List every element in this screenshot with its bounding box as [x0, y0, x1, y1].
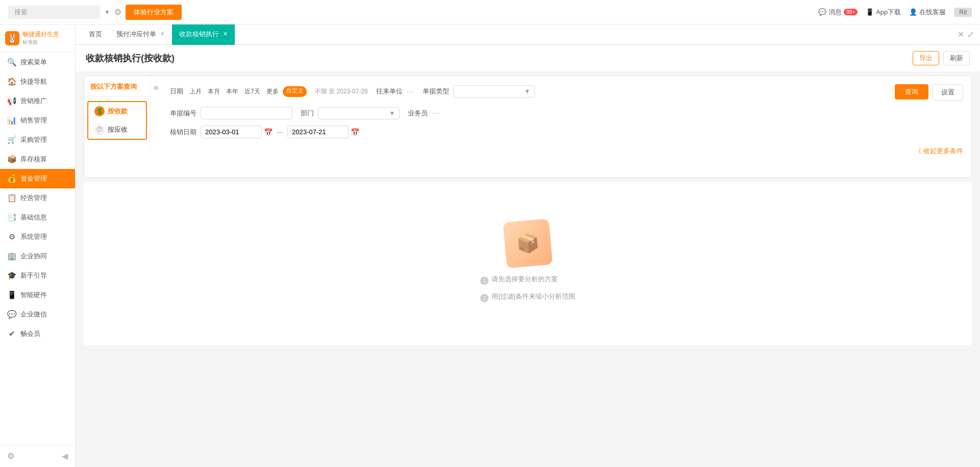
- tab-receipt[interactable]: 收款核销执行 ✕: [172, 24, 235, 45]
- app-icon: 📱: [866, 8, 874, 16]
- sidebar-collapse-button[interactable]: ◀: [62, 451, 68, 461]
- search-arrow-icon: ▼: [104, 9, 110, 16]
- sidebar-item-label: 企业协同: [20, 252, 47, 261]
- message-icon: 💬: [818, 8, 826, 16]
- sidebar-item-sales[interactable]: 📊 销售管理: [0, 111, 75, 130]
- sidebar-item-inventory[interactable]: 📦 库存核算: [0, 150, 75, 169]
- sidebar-item-marketing[interactable]: 📢 营销推广: [0, 91, 75, 111]
- shortcut-more[interactable]: 更多: [264, 86, 281, 97]
- writeoff-date-from-input[interactable]: [201, 126, 262, 138]
- refresh-button[interactable]: 刷新: [943, 51, 970, 65]
- writeoff-date-to-input[interactable]: [287, 126, 349, 138]
- setting-button[interactable]: 设置: [933, 84, 963, 101]
- bottom-settings-icon[interactable]: ⚙: [7, 451, 14, 461]
- business-icon: 📋: [7, 193, 16, 203]
- message-group[interactable]: 💬 消息 99+: [818, 8, 857, 17]
- page-header-actions: 导出 刷新: [913, 51, 970, 65]
- filter-type-by-payable[interactable]: ⏱ 按应收: [88, 120, 146, 139]
- top-bar: 搜索 ▼ ⚙ 体验行业方案 💬 消息 99+ 📱 App下载 👤 在线客服 Ri…: [0, 0, 980, 24]
- shortcut-this-month[interactable]: 本月: [206, 86, 222, 97]
- shortcut-this-year[interactable]: 本年: [224, 86, 240, 97]
- writeoff-from-cal-icon[interactable]: 📅: [264, 128, 273, 136]
- member-icon: ✔: [7, 329, 16, 338]
- sidebar-item-hardware[interactable]: 📱 智能硬件: [0, 285, 75, 305]
- doc-type-group: 单据类型 ▼: [423, 85, 535, 97]
- tab-home[interactable]: 首页: [82, 24, 109, 45]
- settings-gear-icon[interactable]: ⚙: [114, 7, 121, 17]
- shortcut-last-month[interactable]: 上月: [187, 86, 204, 97]
- online-service-group[interactable]: 👤 在线客服: [909, 8, 946, 17]
- search-input-display[interactable]: 搜索: [8, 6, 100, 19]
- search-menu-icon: 🔍: [7, 58, 16, 67]
- tab-receipt-label: 收款核销执行: [179, 30, 219, 39]
- writeoff-to-cal-icon[interactable]: 📅: [351, 128, 359, 136]
- query-button[interactable]: 查询: [895, 84, 928, 100]
- dept-dropdown[interactable]: ▼: [318, 107, 400, 119]
- tab-close-button[interactable]: ✕: [958, 30, 964, 39]
- collapse-more-button[interactable]: 《 收起更多条件: [170, 144, 963, 158]
- filter-row-2: 单据编号 部门 ▼ 业务员 ···: [170, 107, 963, 119]
- tab-prepay[interactable]: 预付冲应付单 ✕: [109, 24, 172, 45]
- partner-input[interactable]: ···: [407, 86, 414, 97]
- tab-receipt-close-icon[interactable]: ✕: [223, 31, 228, 37]
- app-download-label: App下载: [876, 8, 901, 17]
- sidebar-item-basic[interactable]: 📑 基础信息: [0, 208, 75, 227]
- empty-box-icon: 📦: [503, 218, 553, 268]
- sidebar-logo: 🐰 畅捷通好生意 标准版: [0, 24, 75, 53]
- home-icon: 🏠: [7, 77, 16, 86]
- industry-solution-button[interactable]: 体验行业方案: [126, 5, 182, 20]
- tab-prepay-close-icon[interactable]: ✕: [160, 31, 165, 37]
- sidebar-bottom: ⚙ ◀: [0, 445, 75, 467]
- sidebar-item-member[interactable]: ✔ 畅会员: [0, 324, 75, 343]
- salesperson-input[interactable]: ···: [432, 108, 439, 118]
- sidebar-item-label: 资金管理: [20, 174, 47, 183]
- sidebar-item-label: 基础信息: [20, 213, 47, 222]
- wechat-icon: 💬: [7, 310, 16, 319]
- sidebar-item-purchase[interactable]: 🛒 采购管理: [0, 130, 75, 150]
- sidebar-item-label: 销售管理: [20, 116, 47, 125]
- sidebar-item-label: 库存核算: [20, 155, 47, 164]
- filter-sidebar-title: 按以下方案查询: [84, 82, 150, 97]
- system-icon: ⚙: [7, 232, 16, 241]
- date-unlimited-text: 不限 至 2023-07-26: [315, 87, 368, 96]
- doc-num-input[interactable]: [201, 107, 292, 119]
- inventory-icon: 📦: [7, 155, 16, 164]
- sidebar-item-shortcut[interactable]: 🏠 快捷导航: [0, 72, 75, 91]
- export-button[interactable]: 导出: [913, 51, 939, 65]
- message-badge: 99+: [844, 9, 857, 15]
- sidebar-item-guide[interactable]: 🎓 新手引导: [0, 266, 75, 285]
- writeoff-date-group: 核销日期 📅 — 📅: [170, 126, 359, 138]
- dept-group: 部门 ▼: [301, 107, 400, 119]
- empty-state: 📦 1 请先选择要分析的方案 2 用[过滤]条件来缩小分析范围: [84, 182, 972, 345]
- sidebar-item-label: 新手引导: [20, 271, 47, 280]
- online-service-label: 在线客服: [919, 8, 946, 17]
- top-bar-right: 💬 消息 99+ 📱 App下载 👤 在线客服 Rit: [818, 8, 972, 17]
- empty-step-2: 2 用[过滤]条件来缩小分析范围: [480, 292, 575, 304]
- writeoff-date-to-group: 📅: [287, 126, 359, 138]
- filter-type-payable-label: 按应收: [108, 125, 128, 134]
- doc-type-arrow-icon: ▼: [524, 88, 530, 95]
- guide-icon: 🎓: [7, 271, 16, 280]
- filter-type-by-receipt[interactable]: 💲 按收款: [88, 102, 146, 120]
- tab-maximize-button[interactable]: ⤢: [967, 30, 974, 39]
- user-avatar[interactable]: Rit: [954, 8, 972, 17]
- main-layout: 🐰 畅捷通好生意 标准版 🔍 搜索菜单 🏠 快捷导航 📢 营销推广 📊 销售管理…: [0, 24, 980, 467]
- filter-row-3: 核销日期 📅 — 📅: [170, 126, 963, 138]
- tab-bar: 首页 预付冲应付单 ✕ 收款核销执行 ✕ ✕ ⤢: [76, 24, 980, 45]
- sidebar-item-finance[interactable]: 💰 资金管理: [0, 169, 75, 188]
- message-label: 消息: [828, 8, 842, 17]
- app-download-group[interactable]: 📱 App下载: [866, 8, 901, 17]
- doc-type-dropdown[interactable]: ▼: [453, 85, 535, 97]
- sidebar-item-search[interactable]: 🔍 搜索菜单: [0, 53, 75, 72]
- tab-bar-actions: ✕ ⤢: [958, 30, 974, 39]
- sales-icon: 📊: [7, 116, 16, 125]
- sidebar-item-label: 快捷导航: [20, 77, 47, 86]
- filter-sidebar-collapse-button[interactable]: «: [151, 82, 162, 93]
- sidebar-item-label: 系统管理: [20, 232, 47, 241]
- sidebar-item-enterprise[interactable]: 🏢 企业协同: [0, 247, 75, 266]
- sidebar-item-wechat[interactable]: 💬 企业微信: [0, 305, 75, 324]
- sidebar-item-system[interactable]: ⚙ 系统管理: [0, 227, 75, 247]
- receipt-type-icon: 💲: [94, 106, 105, 116]
- sidebar-item-business[interactable]: 📋 经营管理: [0, 188, 75, 208]
- shortcut-7days[interactable]: 近7天: [242, 86, 262, 97]
